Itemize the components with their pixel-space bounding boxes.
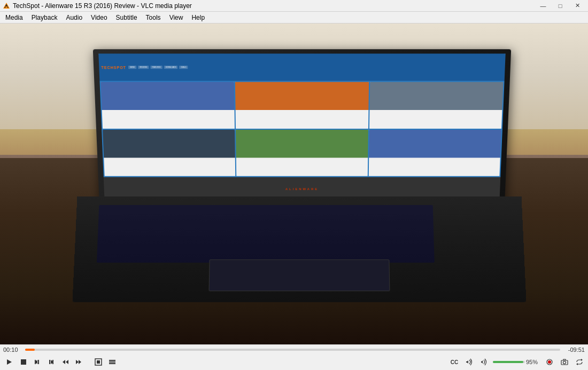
minimize-button[interactable]: —	[535, 0, 552, 12]
snapshot-button[interactable]	[558, 356, 571, 368]
svg-rect-7	[35, 360, 36, 364]
controls-row: CC	[0, 355, 588, 370]
menu-view[interactable]: View	[165, 13, 188, 22]
progress-fill	[25, 349, 35, 351]
video-area[interactable]: TECHSPOT NEWS REVIEWS FEATURES DOWNLOADS…	[0, 23, 588, 344]
svg-marker-12	[66, 360, 68, 364]
card-text-2	[236, 110, 368, 129]
volume-icon[interactable]	[478, 356, 491, 368]
title-bar-left: TechSpot - Alienware 15 R3 (2016) Review…	[2, 2, 192, 10]
screen-card-2	[235, 82, 369, 129]
stop-button[interactable]	[17, 356, 30, 368]
svg-rect-6	[38, 360, 39, 364]
svg-rect-16	[97, 360, 100, 364]
screen-card-4	[103, 130, 235, 176]
screen-nav: TECHSPOT NEWS REVIEWS FEATURES DOWNLOADS…	[98, 53, 505, 81]
menu-tools[interactable]: Tools	[142, 13, 165, 22]
svg-marker-14	[76, 360, 79, 364]
vlc-icon	[2, 2, 11, 10]
svg-point-23	[563, 361, 566, 364]
controls-right: CC	[448, 356, 586, 368]
nav-link-5: DEALS	[180, 66, 188, 69]
skip-forward-button[interactable]	[73, 356, 86, 368]
window-title: TechSpot - Alienware 15 R3 (2016) Review…	[13, 2, 192, 10]
menu-subtitle[interactable]: Subtitle	[112, 13, 142, 22]
card-text-3	[369, 110, 502, 129]
progress-track[interactable]	[25, 349, 560, 351]
laptop-base	[72, 197, 526, 302]
volume-track[interactable]	[493, 361, 525, 363]
skip-back-button[interactable]	[59, 356, 72, 368]
volume-area: 95%	[493, 359, 541, 365]
svg-rect-4	[21, 359, 26, 365]
alienware-logo: ALIENWARE	[285, 188, 319, 191]
svg-marker-24	[581, 359, 583, 361]
prev-chapter-button[interactable]	[31, 356, 44, 368]
close-button[interactable]: ✕	[569, 0, 586, 12]
card-text-5	[236, 158, 368, 176]
volume-label: 95%	[526, 359, 541, 365]
card-image-5	[236, 130, 368, 158]
menu-bar: Media Playback Audio Video Subtitle Tool…	[0, 12, 588, 23]
volume-fill	[493, 361, 523, 363]
card-image-4	[103, 130, 235, 158]
svg-marker-13	[79, 360, 81, 364]
menu-playback[interactable]: Playback	[27, 13, 62, 22]
screen-card-6	[368, 130, 501, 176]
video-frame: TECHSPOT NEWS REVIEWS FEATURES DOWNLOADS…	[0, 23, 588, 344]
card-text-4	[104, 158, 235, 176]
card-text-6	[368, 158, 500, 176]
svg-rect-18	[109, 361, 115, 363]
loop-button[interactable]	[573, 356, 586, 368]
svg-marker-25	[576, 363, 578, 365]
menu-help[interactable]: Help	[187, 13, 209, 22]
svg-rect-17	[109, 360, 115, 361]
screen-card-1	[100, 82, 235, 129]
svg-rect-19	[109, 363, 115, 364]
laptop-screen: TECHSPOT NEWS REVIEWS FEATURES DOWNLOADS…	[98, 53, 505, 201]
svg-rect-2	[5, 6, 7, 8]
screen-content: TECHSPOT NEWS REVIEWS FEATURES DOWNLOADS…	[98, 53, 505, 201]
svg-rect-10	[52, 360, 53, 364]
menu-media[interactable]: Media	[1, 13, 27, 22]
card-text-1	[102, 110, 235, 129]
svg-marker-3	[7, 359, 12, 365]
screen-card-5	[236, 130, 368, 176]
svg-point-21	[548, 360, 551, 364]
audio-track-button[interactable]	[463, 356, 476, 368]
play-button[interactable]	[2, 355, 16, 369]
nav-link-3: FEATURES	[150, 66, 162, 69]
svg-rect-9	[49, 360, 50, 364]
screen-body	[99, 81, 504, 177]
menu-video[interactable]: Video	[87, 13, 111, 22]
card-image-6	[369, 130, 501, 158]
laptop-touchpad	[209, 259, 390, 292]
nav-link-1: NEWS	[128, 66, 136, 69]
laptop-scene: TECHSPOT NEWS REVIEWS FEATURES DOWNLOADS…	[0, 23, 588, 344]
card-image-1	[100, 82, 234, 111]
nav-link-2: REVIEWS	[138, 66, 149, 69]
controls-bar: 00:10 -09:51	[0, 344, 588, 370]
techspot-logo: TECHSPOT	[101, 65, 126, 69]
screen-nav-links: NEWS REVIEWS FEATURES DOWNLOADS DEALS	[128, 66, 188, 69]
subtitle-button[interactable]: CC	[448, 356, 461, 368]
fullscreen-button[interactable]	[92, 356, 105, 368]
maximize-button[interactable]: □	[552, 0, 569, 12]
time-current: 00:10	[3, 347, 22, 353]
menu-audio[interactable]: Audio	[61, 13, 87, 22]
laptop-lid: TECHSPOT NEWS REVIEWS FEATURES DOWNLOADS…	[93, 49, 511, 204]
nav-link-4: DOWNLOADS	[164, 66, 177, 69]
svg-marker-11	[63, 360, 65, 364]
title-bar: TechSpot - Alienware 15 R3 (2016) Review…	[0, 0, 588, 12]
controls-left	[2, 355, 119, 369]
title-bar-controls: — □ ✕	[535, 0, 586, 12]
card-image-3	[369, 82, 503, 111]
progress-area: 00:10 -09:51	[0, 345, 588, 355]
laptop-wrapper: TECHSPOT NEWS REVIEWS FEATURES DOWNLOADS…	[53, 50, 535, 302]
screen-card-3	[369, 82, 504, 129]
time-remaining: -09:51	[563, 347, 585, 353]
extended-controls-button[interactable]	[106, 356, 119, 368]
next-chapter-button[interactable]	[45, 356, 58, 368]
record-button[interactable]	[543, 356, 556, 368]
card-image-2	[235, 82, 369, 111]
